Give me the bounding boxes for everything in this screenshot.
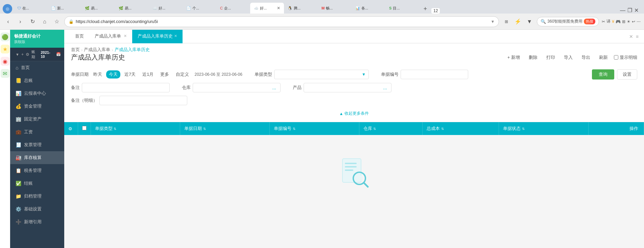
close-content-icon[interactable]: ✕ xyxy=(629,34,633,39)
type-select[interactable]: ▼ xyxy=(274,70,369,79)
select-all-checkbox[interactable] xyxy=(82,126,87,130)
tab-close-7[interactable]: ✕ xyxy=(277,6,280,10)
browser-search-box[interactable]: 🔍 360智能抠图免费用 热搜 xyxy=(537,17,599,26)
address-expand-icon[interactable]: ▼ xyxy=(491,19,495,24)
date-custom[interactable]: 自定义 xyxy=(173,70,192,78)
refresh-browser-button[interactable]: ↻ xyxy=(28,17,37,26)
content-tab-list-close[interactable]: ✕ xyxy=(124,34,127,38)
warehouse-select[interactable]: ... xyxy=(193,83,281,92)
sun-tool[interactable]: ☀ xyxy=(627,19,630,24)
calendar-icon[interactable]: 📅 xyxy=(56,52,61,57)
print-button[interactable]: 打印 xyxy=(544,53,558,62)
detail-note-filter-input[interactable] xyxy=(99,96,187,105)
company-add-icon[interactable]: + xyxy=(21,52,24,57)
menu-tool[interactable]: ⋯ xyxy=(637,19,641,24)
breadcrumb-list[interactable]: 产成品入库单 xyxy=(84,47,110,53)
display-detail-label[interactable]: 显示明细 xyxy=(614,54,637,61)
tab-new1[interactable]: 📄 新... xyxy=(47,3,81,14)
window-restore-btn[interactable]: ❐ xyxy=(627,7,632,14)
sidebar-item-checkout[interactable]: ✅ 结账 xyxy=(10,177,64,190)
sidebar-item-more[interactable]: ➕ 新增引用 xyxy=(10,216,64,228)
sidebar-item-payroll[interactable]: 💼 工资 xyxy=(10,126,64,138)
sidebar-item-cloud-report[interactable]: 📊 云报表中心 xyxy=(10,87,64,100)
window-minimize-btn[interactable]: — xyxy=(620,7,625,14)
forward-button[interactable]: › xyxy=(16,17,25,26)
sidebar-item-tax[interactable]: 📋 税务管理 xyxy=(10,164,64,177)
delete-button[interactable]: 删除 xyxy=(526,53,540,62)
app-icon-weibo[interactable]: ◉ xyxy=(1,57,9,66)
sidebar-item-inventory[interactable]: 🏭 库存核算 xyxy=(10,151,64,164)
th-date[interactable]: 单据日期 ⇅ xyxy=(180,122,270,135)
sidebar-item-archive[interactable]: 📁 归档管理 xyxy=(10,190,64,203)
tab-tencent[interactable]: 🐧 腾... xyxy=(284,3,318,14)
sidebar-item-ledger[interactable]: 📒 总账 xyxy=(10,74,64,87)
date-yesterday[interactable]: 昨天 xyxy=(91,70,105,78)
number-filter-input[interactable] xyxy=(401,70,468,79)
warehouse-dots[interactable]: ... xyxy=(271,85,278,90)
date-today[interactable]: 今天 xyxy=(106,70,120,78)
tab-qi1[interactable]: C 企... xyxy=(216,3,250,14)
tab-count-badge[interactable]: 12 xyxy=(431,8,440,14)
import-button[interactable]: 导入 xyxy=(561,53,575,62)
new-tab-button[interactable]: + xyxy=(421,4,430,14)
tab-ge2[interactable]: 📊 各... xyxy=(352,3,385,14)
address-bar[interactable]: 🔒 https://cloud.chanjet.com/accounting/u… xyxy=(64,16,499,27)
th-status[interactable]: 单据状态 ⇅ xyxy=(499,122,588,135)
content-tab-list[interactable]: 产成品入库单 ✕ xyxy=(89,30,132,43)
th-total-cost[interactable]: 总成本 ⇅ xyxy=(422,122,499,135)
grid-tool[interactable]: ⊞ xyxy=(622,19,625,24)
app-icon-star[interactable]: ★ xyxy=(1,45,9,53)
tab-chang[interactable]: M 畅... xyxy=(318,3,352,14)
extensions-button[interactable]: ⊞ xyxy=(502,17,511,26)
more-content-icon[interactable]: ≡ xyxy=(636,34,639,39)
tab-yi2[interactable]: 🌿 易... xyxy=(115,3,149,14)
th-type[interactable]: 单据类型 ⇅ xyxy=(91,122,180,135)
date-1month[interactable]: 近1月 xyxy=(140,70,156,78)
app-icon-email[interactable]: ✉ xyxy=(1,69,9,78)
tab-zaidu[interactable]: 🛡 在... xyxy=(14,3,47,14)
content-tab-home[interactable]: 首页 xyxy=(70,30,89,43)
game-tool[interactable]: 🎮 xyxy=(616,19,621,24)
app-icon-chanjet[interactable]: 🟢 xyxy=(1,32,9,41)
display-detail-checkbox[interactable] xyxy=(614,55,618,60)
lightning-button[interactable]: ⚡ xyxy=(513,17,523,26)
window-close-btn[interactable]: ✕ xyxy=(634,7,639,14)
company-selector[interactable]: (勿删勿禁用）江西服宝测试专用 ▼ + ⚙ 账期 2021-10 📅 xyxy=(10,48,64,61)
bookmark-button[interactable]: ☆ xyxy=(52,17,62,26)
sidebar-item-fixed-assets[interactable]: 🏢 固定资产 xyxy=(10,113,64,126)
th-warehouse[interactable]: 仓库 ⇅ xyxy=(359,122,422,135)
sidebar-item-invoice[interactable]: 🧾 发票管理 xyxy=(10,138,64,151)
refresh-button[interactable]: 刷新 xyxy=(596,53,611,62)
th-checkbox[interactable] xyxy=(78,122,91,135)
content-tab-history[interactable]: 产成品入库单历史 ✕ xyxy=(132,30,183,43)
add-button[interactable]: + 新增 xyxy=(505,53,523,62)
sidebar-item-basic-settings[interactable]: ⚙️ 基础设置 xyxy=(10,203,64,216)
note-filter-input[interactable] xyxy=(82,83,170,92)
tab-hao2-active[interactable]: ☁️ 好... ✕ xyxy=(250,3,284,14)
tab-hao1[interactable]: ☁️ 好... xyxy=(149,3,183,14)
tab-yi1[interactable]: 🌿 易... xyxy=(81,3,115,14)
translate-tool[interactable]: 译 xyxy=(606,19,611,24)
collapse-button[interactable]: ▲ 收起更多条件 xyxy=(339,109,369,118)
yuan-tool[interactable]: ¥ xyxy=(612,19,614,24)
filter-setting-button[interactable]: 设置 xyxy=(617,69,637,80)
date-more[interactable]: 更多 xyxy=(158,70,172,78)
sidebar-item-funds[interactable]: 💰 资金管理 xyxy=(10,100,64,113)
th-gear[interactable]: ⚙ xyxy=(64,122,78,135)
th-number[interactable]: 单据编号 ⇅ xyxy=(270,122,359,135)
product-select[interactable]: ... xyxy=(304,83,391,92)
content-tab-history-close[interactable]: ✕ xyxy=(174,34,177,38)
undo-tool[interactable]: ↩ xyxy=(632,19,635,24)
export-button[interactable]: 导出 xyxy=(579,53,593,62)
date-7days[interactable]: 近7天 xyxy=(122,70,138,78)
home-browser-button[interactable]: ⌂ xyxy=(40,17,49,26)
sidebar-item-home[interactable]: ⌂ 首页 xyxy=(10,61,64,74)
breadcrumb-home[interactable]: 首页 xyxy=(71,47,80,53)
company-settings-icon[interactable]: ⚙ xyxy=(26,52,29,57)
dropdown-button[interactable]: ▼ xyxy=(525,17,534,26)
tab-ge1[interactable]: 📄 个... xyxy=(183,3,216,14)
nav-header[interactable]: 畅捷通好会计 旗舰版 xyxy=(10,30,64,48)
search-query-button[interactable]: 查询 xyxy=(592,69,614,80)
product-dots[interactable]: ... xyxy=(382,85,388,90)
scissors-tool[interactable]: ✂ xyxy=(602,19,605,24)
